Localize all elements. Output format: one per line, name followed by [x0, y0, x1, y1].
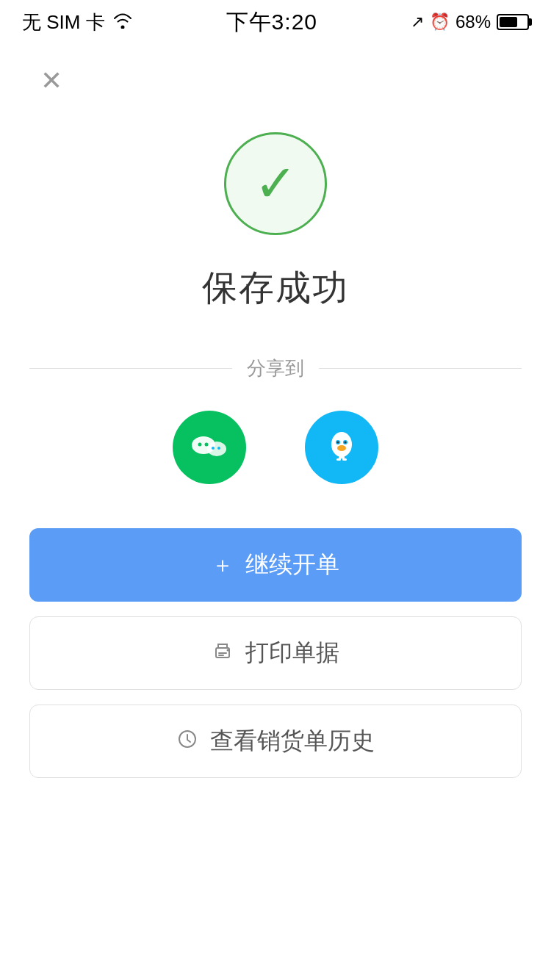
continue-label: 继续开单 [245, 549, 339, 581]
print-icon [212, 640, 234, 667]
share-label: 分享到 [232, 356, 319, 381]
svg-point-12 [345, 442, 347, 444]
svg-rect-17 [342, 458, 347, 461]
battery-icon [497, 14, 529, 30]
status-time: 下午3:20 [226, 7, 317, 37]
action-buttons: ＋ 继续开单 打印单据 [29, 528, 522, 778]
history-button[interactable]: 查看销货单历史 [29, 705, 522, 778]
clock-icon [176, 728, 198, 755]
wechat-icon [187, 425, 231, 469]
divider-right [319, 368, 522, 369]
location-icon: ↗ [411, 12, 424, 32]
share-divider: 分享到 [29, 356, 522, 381]
success-section: ✓ 保存成功 [29, 132, 522, 311]
close-button[interactable]: ✕ [29, 59, 73, 103]
svg-point-21 [227, 649, 229, 651]
svg-rect-16 [336, 458, 341, 461]
checkmark-icon: ✓ [254, 158, 298, 209]
status-bar: 无 SIM 卡 下午3:20 ↗ ⏰ 68% [0, 0, 551, 44]
share-section: 分享到 [29, 356, 522, 484]
print-button[interactable]: 打印单据 [29, 616, 522, 690]
share-icons-container [29, 411, 522, 484]
main-content: ✕ ✓ 保存成功 分享到 [0, 44, 551, 822]
wechat-share-button[interactable] [173, 411, 246, 484]
svg-point-13 [337, 445, 346, 451]
plus-icon: ＋ [212, 550, 234, 580]
svg-point-11 [337, 442, 339, 444]
divider-left [29, 368, 232, 369]
status-right: ↗ ⏰ 68% [411, 12, 529, 32]
svg-point-4 [212, 447, 215, 450]
battery-percent: 68% [455, 12, 491, 32]
success-title: 保存成功 [202, 264, 349, 311]
continue-button[interactable]: ＋ 继续开单 [29, 528, 522, 602]
close-icon: ✕ [40, 68, 62, 94]
print-label: 打印单据 [245, 637, 339, 669]
svg-point-2 [198, 443, 202, 447]
success-circle: ✓ [224, 132, 327, 235]
wifi-icon [112, 11, 133, 34]
svg-point-1 [207, 442, 226, 456]
alarm-icon: ⏰ [430, 12, 450, 32]
carrier-text: 无 SIM 卡 [22, 10, 105, 35]
status-left: 无 SIM 卡 [22, 10, 133, 35]
qq-share-button[interactable] [305, 411, 378, 484]
svg-rect-20 [218, 655, 224, 656]
svg-rect-19 [218, 652, 227, 654]
qq-icon [320, 425, 364, 469]
history-label: 查看销货单历史 [210, 725, 375, 757]
svg-point-5 [217, 447, 220, 450]
svg-point-3 [205, 443, 209, 447]
